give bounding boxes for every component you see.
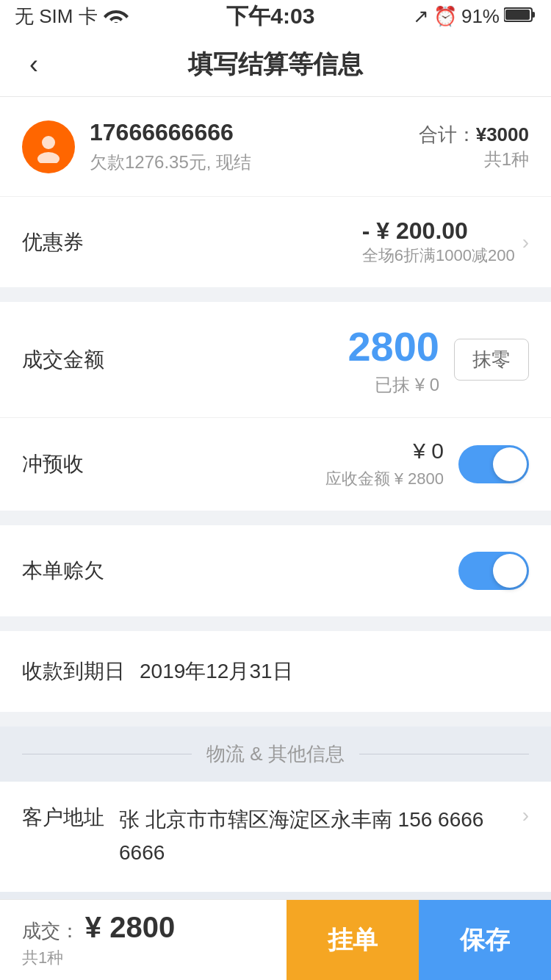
debt-label: 本单赊欠 (22, 557, 104, 585)
coupon-chevron-icon: › (522, 231, 529, 254)
coupon-row[interactable]: 优惠券 - ¥ 200.00 全场6折满1000减200 › (0, 196, 551, 287)
user-debt-info: 欠款1276.35元, 现结 (90, 151, 251, 174)
user-total: 合计：¥3000 共1种 (419, 122, 529, 171)
address-chevron-icon: › (522, 804, 529, 827)
avatar (22, 120, 75, 173)
debt-row: 本单赊欠 (0, 525, 551, 616)
pre-collection-sub: 应收金额 ¥ 2800 (325, 468, 444, 490)
transaction-label: 成交金额 (22, 346, 104, 374)
svg-rect-2 (505, 10, 530, 20)
duedate-value: 2019年12月31日 (140, 657, 293, 685)
coupon-desc: 全场6折满1000减200 (362, 245, 515, 267)
location-icon: ↗ (413, 5, 429, 28)
status-left: 无 SIM 卡 (15, 4, 129, 29)
user-row: 17666666666 欠款1276.35元, 现结 合计：¥3000 共1种 (0, 97, 551, 196)
sim-status: 无 SIM 卡 (15, 4, 98, 29)
svg-point-3 (42, 136, 55, 149)
coupon-discount: - ¥ 200.00 (362, 217, 515, 245)
round-button[interactable]: 抹零 (454, 339, 529, 381)
bottom-deal-amount: ¥ 2800 (85, 911, 175, 943)
divider-line-right (359, 754, 529, 754)
status-bar: 无 SIM 卡 下午4:03 ↗ ⏰ 91% (0, 0, 551, 32)
pending-button[interactable]: 挂单 (287, 900, 419, 981)
amount-row: 成交金额 2800 已抹 ¥ 0 抹零 (0, 302, 551, 417)
transaction-section: 成交金额 2800 已抹 ¥ 0 抹零 冲预收 ¥ 0 应收金额 ¥ 2800 (0, 302, 551, 511)
svg-point-4 (37, 152, 60, 163)
total-count: 共1种 (419, 148, 529, 171)
section-divider: 物流 & 其他信息 (0, 727, 551, 782)
battery-status: 91% (461, 5, 500, 28)
nav-title: 填写结算等信息 (188, 48, 363, 82)
back-button[interactable]: ‹ (22, 42, 46, 87)
alarm-icon: ⏰ (433, 5, 457, 28)
transaction-sub: 已抹 ¥ 0 (347, 373, 439, 397)
save-button[interactable]: 保存 (419, 900, 551, 981)
pre-collection-row: 冲预收 ¥ 0 应收金额 ¥ 2800 (0, 417, 551, 511)
divider-text: 物流 & 其他信息 (206, 741, 345, 767)
bottom-deal-label: 成交： (22, 920, 79, 942)
pre-collection-amount: ¥ 0 (325, 439, 444, 464)
status-time: 下午4:03 (226, 1, 314, 32)
amount-right: 2800 已抹 ¥ 0 抹零 (347, 323, 529, 397)
divider-line-left (22, 754, 192, 754)
user-details: 17666666666 欠款1276.35元, 现结 (90, 119, 251, 174)
coupon-right: - ¥ 200.00 全场6折满1000减200 › (362, 217, 529, 267)
svg-rect-1 (532, 12, 535, 18)
status-right: ↗ ⏰ 91% (413, 5, 536, 28)
address-label: 客户地址 (22, 804, 104, 832)
address-row[interactable]: 客户地址 张 北京市市辖区海淀区永丰南 156 6666 6666 › (0, 782, 551, 892)
pre-collection-label: 冲预收 (22, 450, 84, 478)
total-label: 合计：¥3000 (419, 122, 529, 148)
debt-toggle[interactable] (458, 552, 529, 590)
bottom-count: 共1种 (22, 947, 264, 969)
user-phone: 17666666666 (90, 119, 251, 146)
toggle-knob (493, 447, 527, 481)
duedate-label: 收款到期日 (22, 657, 125, 685)
user-info-left: 17666666666 欠款1276.35元, 现结 (22, 119, 251, 174)
bottom-info: 成交： ¥ 2800 共1种 (0, 911, 287, 969)
battery-icon (504, 5, 536, 28)
bottom-bar: 成交： ¥ 2800 共1种 挂单 保存 (0, 899, 551, 980)
user-card: 17666666666 欠款1276.35元, 现结 合计：¥3000 共1种 … (0, 97, 551, 287)
duedate-row: 收款到期日 2019年12月31日 (0, 631, 551, 712)
debt-toggle-knob (493, 554, 527, 588)
address-value: 张 北京市市辖区海淀区永丰南 156 6666 6666 (119, 804, 515, 870)
address-section: 客户地址 张 北京市市辖区海淀区永丰南 156 6666 6666 › (0, 782, 551, 892)
pre-collection-toggle[interactable] (458, 445, 529, 483)
nav-bar: ‹ 填写结算等信息 (0, 32, 551, 97)
pre-collection-right: ¥ 0 应收金额 ¥ 2800 (325, 439, 529, 490)
coupon-label: 优惠券 (22, 228, 84, 256)
wifi-icon (104, 5, 129, 28)
transaction-value: 2800 (347, 323, 439, 370)
